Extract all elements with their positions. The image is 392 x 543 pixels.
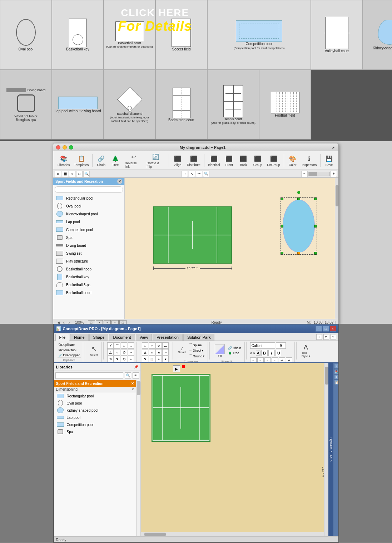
font-name-input[interactable] (250, 342, 275, 349)
tb2-circle-icon[interactable]: ○ (69, 171, 75, 177)
mac-maximize-button[interactable] (69, 145, 73, 150)
shape-note-btn[interactable]: 📋 (149, 356, 155, 362)
sidebar-item-basketball-key[interactable]: Basketball key (53, 273, 124, 281)
toolbar-libraries[interactable]: 📚 Libraries (56, 154, 71, 167)
sidebar-item-kidney-pool[interactable]: Kidney-shaped pool (53, 210, 124, 218)
win-section-dimensioning[interactable]: Dimensioning × (54, 387, 136, 392)
ribbon-fill[interactable]: Fill (213, 342, 226, 359)
canvas-tennis-court[interactable] (153, 206, 232, 264)
win-tab-presentation[interactable]: Presentation (153, 334, 183, 341)
tb2-zoom-icon[interactable]: 🔍 (203, 171, 209, 177)
draw-triangle-btn[interactable]: △ (107, 349, 114, 356)
mac-fullscreen-icon[interactable]: ⤢ (332, 146, 336, 149)
win-minimize-button[interactable]: − (316, 326, 322, 332)
shape-down-btn[interactable]: ▾ (162, 356, 169, 362)
round-dropdown[interactable]: ▾ (203, 354, 204, 358)
canvas-selected-pool[interactable] (281, 197, 317, 255)
win-right-btn-2[interactable]: 📚 (334, 369, 339, 374)
tb2-grid-icon[interactable]: ▦ (62, 171, 68, 177)
toolbar-save[interactable]: 💾 Save (323, 154, 336, 167)
ribbon-select-button[interactable]: ↖ Select (89, 342, 99, 359)
win-sidebar-scrollbar[interactable] (136, 380, 140, 536)
win-sidebar-item-oval-pool[interactable]: Oval pool (54, 400, 136, 407)
win-tab-view[interactable]: View (136, 334, 152, 341)
draw-pentagon-btn[interactable]: ⬠ (121, 349, 127, 356)
shape-more2-btn[interactable]: … (162, 342, 169, 349)
toolbar-color[interactable]: 🎨 Color (286, 154, 299, 167)
win-canvas-hscrollbar-thumb[interactable] (144, 533, 166, 536)
shape-square-btn[interactable]: □ (142, 342, 148, 349)
draw-arc-btn[interactable]: ⌒ (114, 342, 120, 349)
ribbon-duplicate[interactable]: ⧉ Duplicate (58, 342, 81, 347)
sidebar-item-swing-set[interactable]: Swing set (53, 249, 124, 257)
sidebar-item-lap-pool[interactable]: Lap pool (53, 218, 124, 226)
win-tab-file[interactable]: File (55, 334, 70, 341)
ribbon-tree[interactable]: 🌲 Tree (227, 351, 242, 355)
win-canvas-scrollbar[interactable] (324, 363, 328, 536)
text-outdent-btn[interactable]: ↵ (286, 357, 292, 363)
draw-rect-btn[interactable]: □ (121, 342, 127, 349)
bold-button[interactable]: B (261, 350, 268, 356)
win-canvas-tennis-court[interactable] (152, 374, 210, 442)
tb2-arrow-tools[interactable]: → (182, 171, 188, 177)
win-search-button[interactable]: 🔍 (125, 372, 131, 379)
win-right-btn-4[interactable]: 📋 (334, 380, 339, 385)
sidebar-item-basketball-3pt[interactable]: Basketball 3-pt. (53, 281, 124, 289)
win-tab-document[interactable]: Document (109, 334, 135, 341)
tb2-list-icon[interactable]: ≡ (55, 171, 61, 177)
mac-close-button[interactable] (56, 145, 60, 150)
draw-stamp-btn[interactable]: ⬡ (121, 356, 127, 362)
toolbar-align[interactable]: ⬛ Align (171, 154, 184, 167)
win-sidebar-item-lap-pool[interactable]: Lap pool (54, 414, 136, 421)
win-tab-btn-1[interactable]: □ (316, 334, 322, 340)
ribbon-direct-connector[interactable]: → Direct ▾ (188, 348, 206, 353)
tb2-pencil-icon[interactable]: ✏ (196, 171, 202, 177)
sidebar-item-spa[interactable]: Spa (53, 234, 124, 241)
align-justify-btn[interactable]: ≡ (272, 357, 278, 363)
win-canvas-scrollbar-thumb[interactable] (325, 367, 328, 385)
win-view-button[interactable]: ≡ (133, 372, 139, 379)
sidebar-item-basketball-court[interactable]: Basketball court (53, 289, 124, 297)
ribbon-chain[interactable]: 🔗 Chain (227, 346, 242, 350)
direct-dropdown[interactable]: ▾ (202, 349, 203, 352)
win-dynamic-help-panel[interactable]: Dynamic Help (328, 363, 333, 536)
shape-triangle2-btn[interactable]: △ (142, 349, 148, 356)
shape-circle2-btn[interactable]: ○ (149, 342, 155, 349)
ribbon-smart-connector[interactable]: ╱ Smart (177, 347, 187, 354)
draw-rotate-btn[interactable]: ↻ (107, 356, 114, 362)
shape-edit2-btn[interactable]: ✎ (142, 356, 148, 362)
win-library-close-btn[interactable]: × (131, 381, 134, 386)
sidebar-item-competition-pool[interactable]: Competition pool (53, 226, 124, 234)
sidebar-search-input[interactable] (55, 186, 123, 193)
toolbar-front[interactable]: ⬛ Front (223, 154, 235, 167)
text-indent-btn[interactable]: ↵ (279, 357, 285, 363)
win-canvas-hscrollbar[interactable] (141, 532, 324, 536)
toolbar-rotate-flip[interactable]: 🔄 Rotate & Flip (145, 152, 167, 169)
italic-button[interactable]: I (268, 350, 275, 356)
win-right-btn-1[interactable]: ? (334, 364, 339, 369)
win-tab-home[interactable]: Home (70, 334, 88, 341)
ribbon-text-style[interactable]: A TextStyle ▾ (300, 342, 312, 359)
tb2-zoom-in-icon[interactable]: + (331, 171, 337, 177)
win-close-button[interactable]: × (330, 326, 336, 332)
click-here-overlay[interactable]: CLICK HERE For Details (118, 7, 192, 34)
tb2-search2-icon[interactable]: 🔍 (83, 171, 90, 177)
win-sidebar-scrollbar-thumb[interactable] (137, 381, 140, 395)
toolbar-inspectors[interactable]: ℹ Inspectors (301, 154, 318, 167)
win-tab-shape[interactable]: Shape (89, 334, 109, 341)
sidebar-item-rectangular-pool[interactable]: Rectangular pool (53, 194, 124, 202)
toolbar-chain[interactable]: 🔗 Chain (95, 154, 108, 167)
toolbar-ungroup[interactable]: ⬛ UnGroup (266, 154, 281, 167)
win-tab-btn-3[interactable]: ? (331, 334, 336, 340)
sidebar-item-basketball-hoop[interactable]: Basketball hoop (53, 265, 124, 273)
ribbon-spline-connector[interactable]: ⌒ Spline (188, 342, 206, 348)
ribbon-clone-tool[interactable]: ⧉ Clone Tool (58, 348, 81, 352)
toolbar-tree[interactable]: 🌲 Tree (109, 154, 122, 167)
sidebar-item-play-structure[interactable]: Play structure (53, 257, 124, 265)
sidebar-item-oval-pool[interactable]: Oval pool (53, 202, 124, 210)
font-size-input[interactable] (276, 342, 286, 349)
tb2-zoom-out-icon[interactable]: − (301, 171, 308, 177)
sidebar-close-button[interactable]: × (117, 179, 122, 184)
win-canvas-play-button[interactable]: ▶ (173, 365, 180, 372)
sidebar-pin-icon[interactable]: 📌 (134, 365, 138, 369)
